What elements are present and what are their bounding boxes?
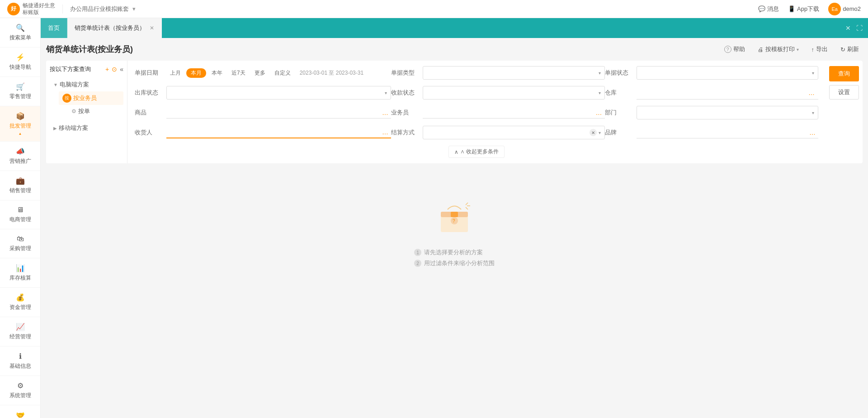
date-tab-last7[interactable]: 近7天 xyxy=(228,68,249,78)
refresh-icon: ↻ xyxy=(840,46,845,53)
logo-text: 畅捷通好生意 标账版 xyxy=(23,2,55,15)
app-download-label: App下载 xyxy=(797,5,819,13)
tip-num-2: 2 xyxy=(414,260,421,267)
filter-inputs-area: 单据日期 上月 本月 本年 近7天 更多 自定义 xyxy=(127,61,826,163)
sidebar-label-ecommerce: 电商管理 xyxy=(9,216,31,223)
print-dropdown-icon: ▾ xyxy=(797,47,799,52)
tab-close-all-button[interactable]: ✕ xyxy=(845,24,851,32)
warehouse-dots[interactable]: … xyxy=(808,89,815,96)
scheme-salesperson-label: 按业务员 xyxy=(73,94,97,102)
print-button[interactable]: 🖨 按模板打印 ▾ xyxy=(754,43,802,55)
receipt-status-select[interactable]: ▾ xyxy=(423,86,605,100)
sidebar-item-search[interactable]: 🔍 搜索菜单 xyxy=(0,18,40,48)
collapse-conditions-button[interactable]: ∧ ∧ 收起更多条件 xyxy=(448,146,505,158)
date-tab-more[interactable]: 更多 xyxy=(251,68,269,78)
dept-select[interactable]: ▾ xyxy=(637,106,819,119)
date-tab-this-year[interactable]: 本年 xyxy=(208,68,226,78)
sidebar-item-enterprise[interactable]: 🤝 企业协同 xyxy=(0,405,40,418)
settlement-clear-button[interactable]: ✕ xyxy=(590,129,597,136)
tab-close-button[interactable]: ✕ xyxy=(150,25,154,31)
mobile-triangle-icon: ▶ xyxy=(53,126,57,131)
receiver-dots[interactable]: … xyxy=(382,128,388,136)
sales-icon: 💼 xyxy=(16,176,25,185)
filter-add-button[interactable]: + xyxy=(105,66,109,73)
dept-arrow-icon: ▾ xyxy=(812,110,814,115)
sidebar-item-purchase[interactable]: 🛍 采购管理 xyxy=(0,229,40,258)
sidebar-label-system: 系统管理 xyxy=(9,392,31,399)
retail-icon: 🛒 xyxy=(16,82,25,91)
date-range: 2023-03-01 至 2023-03-31 xyxy=(300,69,363,77)
doc-status-arrow-icon: ▾ xyxy=(812,71,814,76)
nav-dropdown-arrow[interactable]: ▾ xyxy=(132,5,136,12)
goods-dots[interactable]: … xyxy=(382,109,388,116)
message-button[interactable]: 💬 消息 xyxy=(758,5,779,13)
tab-fullscreen-button[interactable]: ⛶ xyxy=(856,24,863,32)
filter-collapse-button[interactable]: « xyxy=(120,66,123,73)
sidebar-item-finance[interactable]: 💰 资金管理 xyxy=(0,288,40,317)
user-menu[interactable]: Ea demo2 xyxy=(828,3,861,15)
scheme-by-order[interactable]: ⚙ 按单 xyxy=(59,105,123,118)
page-title: 销货单统计表(按业务员) xyxy=(46,44,133,55)
doc-status-select[interactable]: ▾ xyxy=(637,66,819,80)
quicknav-icon: ⚡ xyxy=(16,53,25,62)
warehouse-label: 仓库 xyxy=(605,89,637,97)
marketing-icon: 📣 xyxy=(16,147,25,156)
app-download-icon: 📱 xyxy=(788,5,795,12)
salesperson-label: 业务员 xyxy=(391,109,423,117)
logo-icon: 好 xyxy=(7,3,20,15)
sidebar-label-quicknav: 快捷导航 xyxy=(9,63,31,71)
app-download-button[interactable]: 📱 App下载 xyxy=(788,5,819,13)
query-button[interactable]: 查询 xyxy=(829,66,859,81)
doc-type-select[interactable]: ▾ xyxy=(423,66,605,80)
tab-report[interactable]: 销货单统计表（按业务员） ✕ xyxy=(67,18,162,38)
print-label: 按模板打印 xyxy=(765,45,795,53)
sidebar-item-wholesale[interactable]: 📦 批发管理 ▲ xyxy=(0,106,40,142)
dept-label: 部门 xyxy=(605,109,637,117)
refresh-button[interactable]: ↻ 刷新 xyxy=(837,43,863,55)
setting-button[interactable]: 设置 xyxy=(829,85,859,100)
sidebar-item-basic[interactable]: ℹ 基础信息 xyxy=(0,347,40,376)
inventory-icon: 📊 xyxy=(16,264,25,272)
finance-icon: 💰 xyxy=(16,293,25,302)
warehouse-select[interactable]: … xyxy=(637,86,819,100)
logo[interactable]: 好 畅捷通好生意 标账版 xyxy=(7,2,55,15)
svg-rect-2 xyxy=(451,212,458,217)
settlement-select[interactable]: ✕ ▾ xyxy=(423,126,605,139)
brand-dots[interactable]: … xyxy=(809,129,816,136)
sidebar-item-marketing[interactable]: 📣 营销推广 xyxy=(0,142,40,171)
export-button[interactable]: ↑ 导出 xyxy=(808,43,832,55)
sidebar-item-retail[interactable]: 🛒 零售管理 xyxy=(0,77,40,106)
scheme-mobile[interactable]: ▶ 移动端方案 xyxy=(50,121,123,135)
scheme-by-salesperson[interactable]: 按 按业务员 xyxy=(59,91,123,105)
sidebar-item-sales[interactable]: 💼 销售管理 xyxy=(0,171,40,200)
tab-home[interactable]: 首页 xyxy=(41,18,67,38)
date-tab-custom[interactable]: 自定义 xyxy=(271,68,294,78)
sidebar-label-finance: 资金管理 xyxy=(9,304,31,311)
scheme-pc[interactable]: ▼ 电脑端方案 xyxy=(50,78,123,91)
sidebar-item-system[interactable]: ⚙ 系统管理 xyxy=(0,376,40,405)
filter-panel: 按以下方案查询 + ⊙ « ▼ 电脑端方案 xyxy=(46,61,127,163)
sidebar-label-operation: 经营管理 xyxy=(9,333,31,341)
salesperson-dots[interactable]: … xyxy=(596,109,602,116)
wholesale-icon: 📦 xyxy=(16,112,25,120)
message-label: 消息 xyxy=(767,5,779,13)
nav-label: 办公用品行业模拟账套 xyxy=(70,5,129,13)
sidebar-item-operation[interactable]: 📈 经营管理 xyxy=(0,317,40,347)
date-tab-last-month[interactable]: 上月 xyxy=(166,68,184,78)
date-tab-this-month[interactable]: 本月 xyxy=(186,68,206,78)
avatar: Ea xyxy=(828,3,841,15)
help-button[interactable]: ? 帮助 xyxy=(721,43,749,55)
sidebar: 🔍 搜索菜单 ⚡ 快捷导航 🛒 零售管理 📦 批发管理 ▲ 📣 营销推广 � xyxy=(0,18,41,418)
receipt-status-label: 收款状态 xyxy=(391,89,423,97)
sidebar-item-ecommerce[interactable]: 🖥 电商管理 xyxy=(0,200,40,229)
scheme-order-label: 按单 xyxy=(78,107,90,115)
sidebar-item-quicknav[interactable]: ⚡ 快捷导航 xyxy=(0,48,40,77)
collapse-label: ∧ 收起更多条件 xyxy=(460,148,499,156)
message-icon: 💬 xyxy=(758,5,765,12)
sidebar-item-inventory[interactable]: 📊 库存核算 xyxy=(0,258,40,288)
filter-edit-button[interactable]: ⊙ xyxy=(112,66,117,73)
goods-label: 商品 xyxy=(135,109,166,117)
ecommerce-icon: 🖥 xyxy=(17,206,24,214)
out-status-select[interactable]: ▾ xyxy=(166,86,391,100)
sidebar-label-purchase: 采购管理 xyxy=(9,245,31,252)
